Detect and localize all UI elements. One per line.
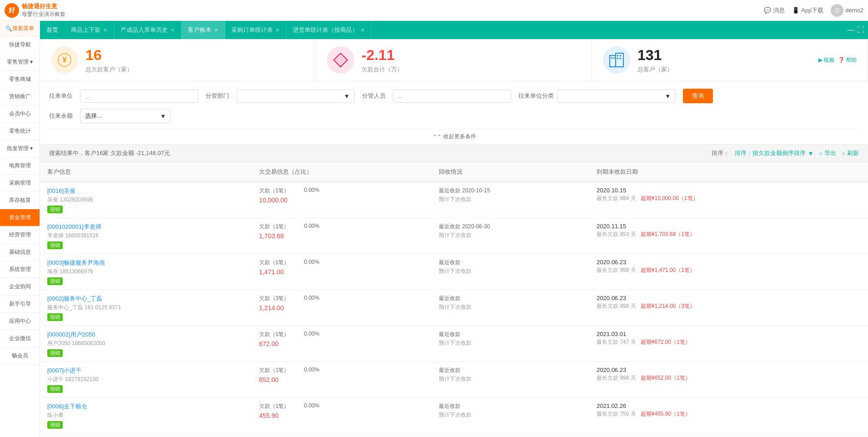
customer-name[interactable]: [0003]畅捷服务尹海燕: [47, 259, 245, 267]
stat-label-overdue: 总欠款客户（家）: [85, 65, 133, 74]
svg-rect-8: [617, 55, 618, 56]
tab-close-icon[interactable]: ✕: [214, 27, 218, 33]
last-collect-date: 最近收款 2020-10-15: [439, 187, 582, 195]
overdue-amount[interactable]: 超期¥672.00（1笔）: [641, 339, 691, 345]
sidebar-item-enterprise[interactable]: 企业协同: [0, 278, 40, 296]
sidebar-item-ecommerce[interactable]: 电商管理: [0, 157, 40, 175]
svg-rect-7: [613, 57, 615, 59]
debt-amount[interactable]: 672.00: [259, 340, 290, 347]
search-button[interactable]: 查询: [683, 89, 713, 103]
customer-name[interactable]: [0001020001]李老师: [47, 223, 245, 231]
table-row: [0003]畅捷服务尹海燕 海燕 18513066976 现销 欠款（1笔） 1…: [40, 254, 868, 290]
sidebar-item-basic-info[interactable]: 基础信息: [0, 244, 40, 261]
customer-name[interactable]: [000002]用户2050: [47, 331, 245, 339]
export-btn[interactable]: ○ 导出: [819, 149, 836, 157]
overdue-amount[interactable]: 超期¥652.00（1笔）: [641, 375, 691, 381]
tab-customer-account[interactable]: 客户账本 ✕: [181, 21, 225, 39]
tab-close-icon[interactable]: ✕: [276, 27, 280, 33]
customer-phone: 吴俊 13026203696: [47, 196, 245, 204]
debt-amount[interactable]: 455.90: [259, 412, 290, 419]
last-collect-date: 最近收款 2020-06-30: [439, 223, 582, 231]
分管部门-select[interactable]: ▼: [236, 90, 355, 103]
tab-home[interactable]: 首页: [40, 21, 65, 39]
sidebar-item-enterprise-wechat[interactable]: 企业微信: [0, 330, 40, 347]
sidebar-item-capital[interactable]: 资金管理: [0, 209, 40, 226]
sidebar-item-marketing[interactable]: 营销推广: [0, 88, 40, 105]
export-label: 导出: [824, 149, 836, 157]
sidebar-item-retail-mall[interactable]: 零售商城: [0, 71, 40, 88]
sidebar-item-ops[interactable]: 经营管理: [0, 226, 40, 244]
sidebar-item-app-center[interactable]: 应用中心: [0, 313, 40, 330]
tab-product-off[interactable]: 商品上下架 ✕: [65, 21, 114, 39]
filter-area: 往来单位 ... 分管部门 ▼: [40, 81, 868, 144]
debt-amount[interactable]: 1,214.00: [259, 304, 290, 311]
往来单位-input[interactable]: ...: [80, 90, 198, 103]
tab-close-icon[interactable]: ✕: [171, 27, 175, 33]
refresh-btn[interactable]: ○ 刷新: [842, 149, 859, 157]
overdue-amount[interactable]: 超期¥1,703.68（1笔）: [641, 231, 695, 237]
往来余额-select[interactable]: 选择... ▼: [80, 109, 171, 123]
customer-name[interactable]: [0016]吴俊: [47, 187, 245, 195]
sidebar-item-member[interactable]: 会员中心: [0, 105, 40, 123]
sidebar-item-label: 零售商城: [9, 76, 31, 82]
user-label: demo2: [845, 7, 863, 14]
sidebar-search[interactable]: 🔍 搜索菜单: [0, 21, 40, 36]
sidebar-item-purchase[interactable]: 采购管理: [0, 175, 40, 192]
help-btn[interactable]: ❓ 帮助: [838, 56, 857, 64]
last-collect-date: 最近收款: [439, 331, 582, 338]
tab-production-history[interactable]: 产成品入库单历史 ✕: [114, 21, 181, 39]
sidebar-item-retail-mgmt[interactable]: 零售管理 ▾: [0, 54, 40, 71]
sidebar-item-label: 企业微信: [9, 335, 31, 342]
debt-count: 欠款（1笔）: [259, 259, 290, 266]
table-row: [000002]用户2050 用户2050 18665062050 现销 欠款（…: [40, 326, 868, 362]
overdue-amount[interactable]: 超期¥1,214.00（3笔）: [641, 303, 695, 309]
sidebar-item-system[interactable]: 系统管理: [0, 261, 40, 278]
sidebar-item-inventory[interactable]: 库存核算: [0, 192, 40, 209]
tab-minimize-icon[interactable]: —: [847, 26, 854, 34]
user-btn[interactable]: D demo2: [831, 4, 863, 17]
tab-purchase-stats[interactable]: 进货单统计表（按商品） ✕: [286, 21, 371, 39]
tab-maximize-icon[interactable]: ⛶: [857, 26, 864, 34]
debt-amount[interactable]: 1,471.00: [259, 268, 290, 276]
result-text: 搜索结果中，客户16家 欠款金额 -21,148.07元: [49, 149, 170, 157]
sidebar-item-chang-member[interactable]: 畅会员: [0, 347, 40, 365]
sidebar-item-batch-mgmt[interactable]: 批发管理 ▾: [0, 140, 40, 157]
sort-select[interactable]: 排序：按欠款金额倒序排序 ▼: [735, 149, 813, 157]
col-header-overdue: 到期未收款日期: [589, 162, 868, 182]
sidebar-item-newbie[interactable]: 新手引导: [0, 296, 40, 313]
video-btn[interactable]: ▶ 视频: [818, 56, 834, 64]
customer-name[interactable]: [0006]去下粮仓: [47, 402, 245, 411]
customer-name[interactable]: [0002]服务中心_丁磊: [47, 295, 245, 303]
sidebar-item-label: 基础信息: [9, 249, 31, 255]
overdue-amount[interactable]: 超期¥10,000.00（1笔）: [641, 195, 698, 201]
debt-amount[interactable]: 1,703.68: [259, 232, 290, 240]
customer-tag: 现销: [47, 421, 63, 429]
tab-label: 采购订单统计表: [231, 26, 273, 34]
collapse-button[interactable]: ⌃⌃ 收起更多条件: [49, 129, 859, 144]
sidebar-item-label: 畅会员: [12, 352, 28, 359]
overdue-amount[interactable]: 超期¥455.90（1笔）: [641, 411, 691, 417]
result-actions: 排序： 排序：按欠款金额倒序排序 ▼ ○ 导出 ○ 刷新: [712, 149, 859, 157]
app-download-btn[interactable]: 📱 App下载: [792, 6, 823, 15]
last-collect-date: 最近收款: [439, 259, 582, 266]
debt-amount[interactable]: 652.00: [259, 376, 290, 383]
tab-close-icon[interactable]: ✕: [361, 27, 365, 33]
filter-往来余额: 往来余额 选择... ▼: [49, 109, 171, 123]
message-btn[interactable]: 💬 消息: [764, 6, 785, 15]
svg-rect-5: [616, 53, 623, 67]
stat-value-debt: -2.11: [361, 47, 403, 64]
sidebar-item-retail-stats[interactable]: 零售统计: [0, 123, 40, 140]
tab-purchase-order[interactable]: 采购订单统计表 ✕: [225, 21, 286, 39]
往来单位分类-select[interactable]: ▼: [557, 90, 676, 103]
overdue-days: 最长欠款 747 天 超期¥672.00（1笔）: [597, 338, 861, 346]
cell-customer-info: [0002]服务中心_丁磊 服务中心_丁磊 181 0125 8371 现销: [40, 290, 252, 326]
sidebar-item-nav[interactable]: 快捷导航: [0, 36, 40, 54]
debt-ratio: 0.00%: [304, 259, 319, 265]
tab-close-icon[interactable]: ✕: [103, 27, 107, 33]
customer-name[interactable]: [0007]小进干: [47, 367, 245, 375]
overdue-amount[interactable]: 超期¥1,471.00（1笔）: [641, 267, 695, 273]
debt-ratio: 0.00%: [304, 187, 319, 193]
分管人员-input[interactable]: ...: [393, 90, 511, 103]
debt-amount[interactable]: 10,000.00: [259, 196, 290, 204]
sidebar-item-label: 批发管理 ▾: [7, 145, 33, 151]
